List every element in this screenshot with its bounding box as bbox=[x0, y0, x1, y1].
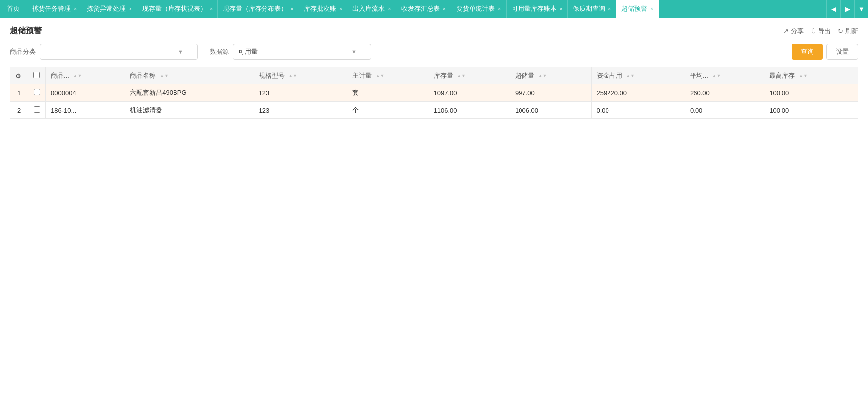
table-row: 2 186-10... 机油滤清器 123 个 1106.00 1006.00 … bbox=[10, 102, 858, 119]
nav-tab-baozhi[interactable]: 保质期查询 × bbox=[568, 0, 616, 18]
cell-overstock: 1006.00 bbox=[510, 102, 592, 119]
th-avg-price: 平均... ▲▼ bbox=[685, 67, 764, 84]
close-icon[interactable]: × bbox=[388, 6, 391, 12]
refresh-button[interactable]: ↻ 刷新 bbox=[838, 27, 858, 36]
cell-max-stock: 100.00 bbox=[764, 84, 858, 102]
nav-arrows: ◀ ▶ ▼ bbox=[826, 0, 868, 18]
close-icon[interactable]: × bbox=[339, 6, 342, 12]
th-checkbox bbox=[28, 67, 46, 84]
export-icon: ⇩ bbox=[811, 27, 816, 35]
category-filter-group: 商品分类 ▼ bbox=[10, 44, 198, 60]
close-icon[interactable]: × bbox=[560, 6, 563, 12]
sort-icon[interactable]: ▲▼ bbox=[288, 74, 297, 78]
cell-overstock: 997.00 bbox=[510, 84, 592, 102]
nav-tab-xiancunliang2[interactable]: 现存量（库存分布表） × bbox=[218, 0, 299, 18]
refresh-icon: ↻ bbox=[838, 27, 843, 35]
close-icon[interactable]: × bbox=[608, 6, 611, 12]
sort-icon[interactable]: ▲▼ bbox=[376, 74, 385, 78]
share-button[interactable]: ↗ 分享 bbox=[783, 27, 804, 36]
th-capital-label: 资金占用 bbox=[597, 72, 622, 79]
page-title: 超储预警 bbox=[10, 26, 42, 36]
category-label: 商品分类 bbox=[10, 47, 36, 56]
chevron-down-icon: ▼ bbox=[351, 49, 357, 55]
close-icon[interactable]: × bbox=[290, 6, 293, 12]
cell-avg-price: 0.00 bbox=[685, 102, 764, 119]
filter-buttons: 查询 设置 bbox=[792, 44, 858, 60]
sort-icon[interactable]: ▲▼ bbox=[626, 74, 635, 78]
top-nav: 首页 拣货任务管理 × 拣货异常处理 × 现存量（库存状况表） × 现存量（库存… bbox=[0, 0, 868, 18]
nav-tab-jianhuorenwu[interactable]: 拣货任务管理 × bbox=[27, 0, 82, 18]
row-num: 2 bbox=[10, 102, 28, 119]
row-checkbox[interactable] bbox=[34, 89, 40, 95]
th-spec-label: 规格型号 bbox=[259, 72, 285, 79]
sort-icon[interactable]: ▲▼ bbox=[712, 74, 721, 78]
nav-tab-keyongliang[interactable]: 可用量库存账本 × bbox=[507, 0, 568, 18]
nav-tab-yaohuo[interactable]: 要货单统计表 × bbox=[451, 0, 506, 18]
share-icon: ↗ bbox=[783, 27, 789, 35]
close-icon[interactable]: × bbox=[650, 6, 653, 12]
cell-spec: 123 bbox=[254, 102, 347, 119]
cell-capital: 259220.00 bbox=[591, 84, 685, 102]
cell-product-name: 六配套新昌490BPG bbox=[125, 84, 254, 102]
query-button[interactable]: 查询 bbox=[792, 44, 823, 60]
datasource-filter-group: 数据源 可用量 ▼ bbox=[210, 44, 371, 60]
close-icon[interactable]: × bbox=[210, 6, 213, 12]
cell-max-stock: 100.00 bbox=[764, 102, 858, 119]
cell-unit: 套 bbox=[347, 84, 429, 102]
th-overstock-label: 超储量 bbox=[515, 72, 534, 79]
th-max-stock: 最高库存 ▲▼ bbox=[764, 67, 858, 84]
th-settings: ⚙ bbox=[10, 67, 28, 84]
th-capital: 资金占用 ▲▼ bbox=[591, 67, 685, 84]
close-icon[interactable]: × bbox=[129, 6, 131, 12]
cell-unit: 个 bbox=[347, 102, 429, 119]
nav-tab-shoufacun[interactable]: 收发存汇总表 × bbox=[396, 0, 451, 18]
th-product-name-label: 商品名称 bbox=[130, 72, 156, 79]
sort-icon[interactable]: ▲▼ bbox=[457, 74, 466, 78]
page-container: 超储预警 ↗ 分享 ⇩ 导出 ↻ 刷新 商品分类 ▼ 数据源 bbox=[0, 18, 868, 127]
th-product-code-label: 商品... bbox=[51, 72, 69, 79]
sort-icon[interactable]: ▲▼ bbox=[799, 74, 808, 78]
nav-home[interactable]: 首页 bbox=[0, 0, 27, 18]
page-header: 超储预警 ↗ 分享 ⇩ 导出 ↻ 刷新 bbox=[10, 26, 858, 36]
cell-spec: 123 bbox=[254, 84, 347, 102]
settings-button[interactable]: 设置 bbox=[826, 44, 858, 60]
th-avg-price-label: 平均... bbox=[690, 72, 708, 79]
export-button[interactable]: ⇩ 导出 bbox=[811, 27, 831, 36]
sort-icon[interactable]: ▲▼ bbox=[160, 74, 169, 78]
category-select[interactable]: ▼ bbox=[40, 44, 198, 60]
data-table: ⚙ 商品... ▲▼ 商品名称 ▲▼ 规格型号 ▲▼ 主计 bbox=[10, 67, 858, 119]
cell-product-name: 机油滤清器 bbox=[125, 102, 254, 119]
datasource-select-value: 可用量 bbox=[238, 47, 351, 56]
settings-icon[interactable]: ⚙ bbox=[15, 72, 21, 79]
nav-tab-kucunpici[interactable]: 库存批次账 × bbox=[299, 0, 347, 18]
th-stock-label: 库存量 bbox=[434, 72, 453, 79]
th-product-name: 商品名称 ▲▼ bbox=[125, 67, 254, 84]
chevron-down-icon: ▼ bbox=[178, 49, 183, 55]
nav-next-arrow[interactable]: ▶ bbox=[840, 0, 854, 18]
sort-icon[interactable]: ▲▼ bbox=[538, 74, 547, 78]
filter-row: 商品分类 ▼ 数据源 可用量 ▼ 查询 设置 bbox=[10, 44, 858, 60]
table-row: 1 0000004 六配套新昌490BPG 123 套 1097.00 997.… bbox=[10, 84, 858, 102]
header-actions: ↗ 分享 ⇩ 导出 ↻ 刷新 bbox=[783, 27, 858, 36]
nav-tab-churuku[interactable]: 出入库流水 × bbox=[347, 0, 396, 18]
th-overstock: 超储量 ▲▼ bbox=[510, 67, 592, 84]
th-product-code: 商品... ▲▼ bbox=[46, 67, 125, 84]
th-spec: 规格型号 ▲▼ bbox=[254, 67, 347, 84]
th-stock: 库存量 ▲▼ bbox=[429, 67, 510, 84]
cell-stock: 1097.00 bbox=[429, 84, 510, 102]
row-checkbox-cell bbox=[28, 84, 46, 102]
close-icon[interactable]: × bbox=[498, 6, 501, 12]
close-icon[interactable]: × bbox=[443, 6, 446, 12]
nav-tab-chaochuyujing[interactable]: 超储预警 × bbox=[616, 0, 658, 18]
cell-avg-price: 260.00 bbox=[685, 84, 764, 102]
row-num: 1 bbox=[10, 84, 28, 102]
nav-tab-jianhuoyichang[interactable]: 拣货异常处理 × bbox=[82, 0, 137, 18]
row-checkbox[interactable] bbox=[34, 106, 40, 113]
nav-tab-xiancunliang1[interactable]: 现存量（库存状况表） × bbox=[137, 0, 218, 18]
close-icon[interactable]: × bbox=[74, 6, 77, 12]
datasource-select[interactable]: 可用量 ▼ bbox=[233, 44, 371, 60]
nav-menu-arrow[interactable]: ▼ bbox=[854, 0, 868, 18]
select-all-checkbox[interactable] bbox=[33, 72, 40, 78]
nav-prev-arrow[interactable]: ◀ bbox=[826, 0, 840, 18]
sort-icon[interactable]: ▲▼ bbox=[73, 74, 82, 78]
